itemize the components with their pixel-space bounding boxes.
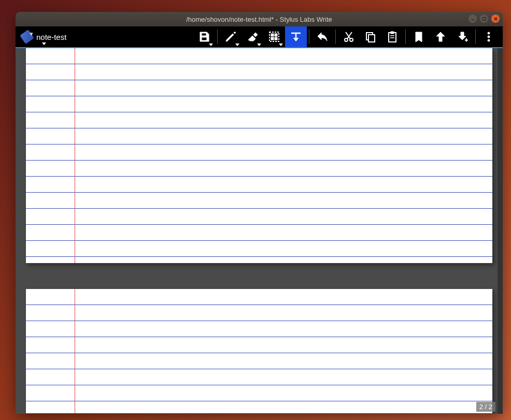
separator	[335, 30, 336, 44]
close-icon	[493, 17, 498, 21]
svg-point-20	[488, 32, 490, 34]
minimize-icon	[471, 17, 475, 21]
separator	[475, 30, 476, 44]
svg-rect-1	[482, 17, 485, 20]
document-name: note-test	[36, 33, 66, 41]
undo-button[interactable]	[311, 26, 333, 47]
copy-button[interactable]	[360, 26, 381, 47]
chevron-down-icon	[257, 44, 261, 46]
svg-rect-8	[275, 37, 277, 40]
close-button[interactable]	[491, 15, 500, 23]
canvas-area[interactable]: 2 / 2	[16, 48, 503, 414]
separator	[405, 30, 406, 44]
paste-button[interactable]	[381, 26, 403, 47]
overflow-menu-button[interactable]	[478, 26, 500, 47]
prev-page-button[interactable]	[430, 26, 451, 47]
eraser-tool-button[interactable]	[242, 26, 263, 47]
minimize-button[interactable]	[469, 15, 477, 23]
window-controls	[469, 15, 500, 23]
chevron-down-icon	[279, 44, 283, 46]
window-title: /home/shovon/note-test.html* - Stylus La…	[186, 16, 332, 23]
app-icon	[20, 30, 34, 44]
eraser-icon	[246, 31, 259, 43]
svg-rect-15	[389, 33, 396, 42]
maximize-button[interactable]	[480, 15, 488, 23]
cut-icon	[343, 31, 355, 43]
select-tool-button[interactable]	[263, 26, 285, 47]
svg-rect-6	[275, 34, 277, 36]
document-tab[interactable]: note-test	[19, 32, 69, 42]
svg-rect-16	[391, 32, 394, 34]
svg-rect-14	[368, 35, 375, 42]
separator	[309, 30, 309, 44]
cut-button[interactable]	[338, 26, 360, 47]
select-icon	[268, 31, 280, 43]
save-button[interactable]	[193, 26, 215, 47]
undo-icon	[316, 31, 329, 43]
paste-icon	[386, 31, 399, 43]
maximize-icon	[482, 17, 487, 21]
page-indicator: 2 / 2	[476, 402, 495, 412]
pen-tool-button[interactable]	[220, 26, 242, 47]
svg-rect-5	[271, 34, 274, 36]
svg-point-22	[488, 39, 490, 41]
next-page-button[interactable]: +	[451, 26, 473, 47]
bookmark-button[interactable]	[408, 26, 430, 47]
toolbar: note-test	[16, 26, 503, 48]
svg-rect-7	[271, 37, 274, 40]
insert-space-button[interactable]	[285, 26, 307, 47]
chevron-down-icon	[235, 44, 239, 46]
save-icon	[198, 31, 210, 43]
copy-icon	[364, 31, 377, 43]
page-2[interactable]	[26, 289, 492, 413]
svg-point-21	[488, 36, 490, 38]
arrow-down-add-icon: +	[456, 31, 469, 43]
titlebar[interactable]: /home/shovon/note-test.html* - Stylus La…	[16, 12, 503, 26]
vertical-scrollbar[interactable]	[498, 48, 503, 414]
pen-icon	[224, 31, 237, 43]
chevron-down-icon	[42, 42, 46, 45]
bookmark-icon	[413, 31, 425, 43]
arrow-up-icon	[434, 31, 447, 43]
chevron-down-icon	[209, 44, 213, 46]
separator	[217, 30, 218, 44]
page-1[interactable]	[26, 48, 492, 263]
kebab-icon	[482, 31, 495, 43]
app-window: /home/shovon/note-test.html* - Stylus La…	[16, 12, 503, 414]
insert-space-icon	[290, 31, 302, 43]
svg-text:+: +	[465, 37, 468, 43]
